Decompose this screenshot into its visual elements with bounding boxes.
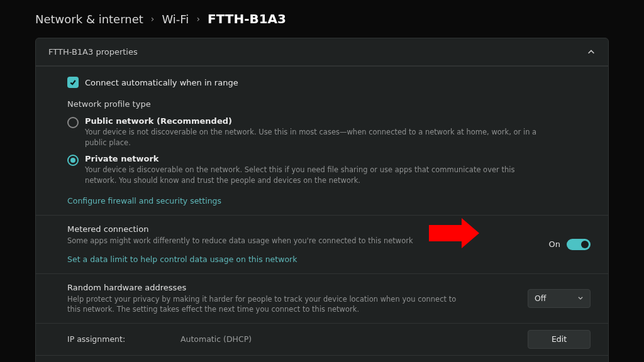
- metered-desc: Some apps might work differently to redu…: [67, 236, 457, 246]
- properties-panel: FTTH-B1A3 properties Connect automatical…: [35, 38, 609, 362]
- breadcrumb-root[interactable]: Network & internet: [35, 13, 143, 26]
- properties-header-label: FTTH-B1A3 properties: [48, 47, 138, 57]
- public-network-radio[interactable]: [67, 117, 79, 128]
- public-network-label: Public network (Recommended): [85, 116, 544, 126]
- breadcrumb: Network & internet › Wi-Fi › FTTH-B1A3: [35, 11, 609, 26]
- ip-assignment-value: Automatic (DHCP): [180, 334, 528, 344]
- metered-connection-row: Metered connection Some apps might work …: [36, 215, 608, 273]
- random-hw-dropdown[interactable]: Off: [528, 289, 591, 308]
- metered-toggle[interactable]: [567, 239, 591, 250]
- chevron-down-icon: [577, 293, 584, 303]
- auto-connect-checkbox[interactable]: [67, 77, 79, 88]
- breadcrumb-current: FTTH-B1A3: [208, 11, 286, 26]
- properties-expander[interactable]: FTTH-B1A3 properties: [36, 38, 608, 66]
- breadcrumb-wifi[interactable]: Wi-Fi: [162, 13, 189, 26]
- random-hw-value: Off: [535, 293, 546, 303]
- highlight-arrow-icon: [429, 218, 479, 248]
- random-hw-desc: Help protect your privacy by making it h…: [67, 294, 457, 314]
- dns-assignment-row: DNS server assignment: Automatic (DHCP) …: [36, 355, 608, 362]
- private-network-desc: Your device is discoverable on the netwo…: [85, 165, 544, 185]
- chevron-right-icon: ›: [151, 14, 155, 24]
- data-limit-link[interactable]: Set a data limit to help control data us…: [67, 255, 297, 264]
- metered-toggle-label: On: [549, 239, 560, 249]
- chevron-up-icon: [587, 48, 596, 57]
- random-hardware-row: Random hardware addresses Help protect y…: [36, 273, 608, 323]
- ip-assignment-row: IP assignment: Automatic (DHCP) Edit: [36, 323, 608, 355]
- ip-edit-button[interactable]: Edit: [528, 330, 591, 349]
- random-hw-title: Random hardware addresses: [67, 283, 528, 292]
- auto-connect-label: Connect automatically when in range: [85, 78, 238, 87]
- chevron-right-icon: ›: [196, 14, 200, 24]
- configure-firewall-link[interactable]: Configure firewall and security settings: [67, 196, 221, 206]
- network-profile-heading: Network profile type: [67, 99, 591, 109]
- public-network-desc: Your device is not discoverable on the n…: [85, 127, 544, 148]
- private-network-label: Private network: [85, 154, 544, 163]
- private-network-radio[interactable]: [67, 155, 79, 166]
- ip-assignment-label: IP assignment:: [67, 334, 180, 344]
